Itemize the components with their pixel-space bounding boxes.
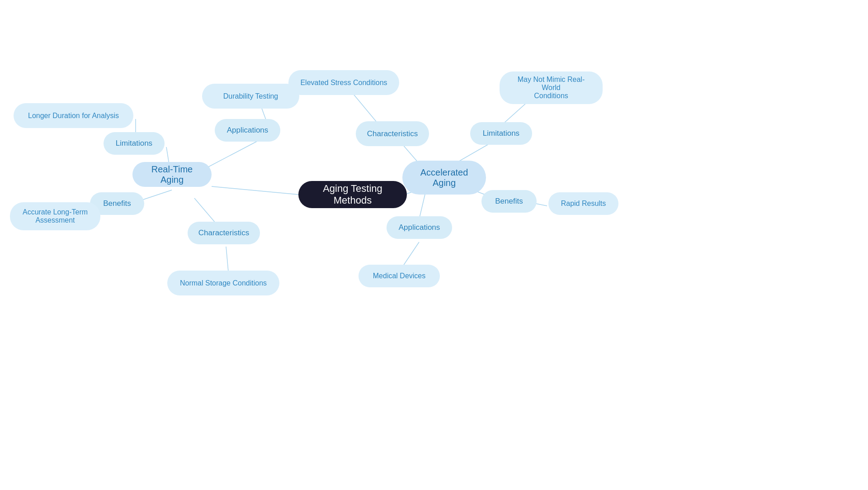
longer-duration-node: Longer Duration for Analysis [14, 103, 133, 128]
svg-line-17 [536, 204, 547, 206]
svg-line-12 [419, 195, 425, 219]
acc-applications-node: Applications [387, 216, 452, 239]
acc-characteristics-node: Characteristics [356, 121, 429, 146]
rt-applications-node: Applications [215, 119, 280, 142]
durability-testing-node: Durability Testing [202, 84, 299, 109]
rt-limitations-node: Limitations [104, 132, 165, 155]
normal-storage-node: Normal Storage Conditions [167, 271, 279, 295]
acc-benefits-node: Benefits [481, 190, 537, 213]
accelerated-aging-node: Accelerated Aging [402, 161, 486, 195]
elevated-stress-node: Elevated Stress Conditions [288, 70, 399, 95]
realtime-aging-node: Real-Time Aging [132, 162, 212, 187]
rt-characteristics-node: Characteristics [188, 222, 260, 244]
svg-line-9 [226, 247, 228, 271]
accurate-longterm-node: Accurate Long-TermAssessment [10, 202, 100, 230]
acc-limitations-node: Limitations [470, 122, 532, 145]
may-not-mimic-node: May Not Mimic Real-WorldConditions [500, 71, 603, 104]
may-not-mimic-label: May Not Mimic Real-WorldConditions [509, 76, 593, 100]
svg-line-0 [212, 186, 298, 195]
rapid-results-node: Rapid Results [548, 192, 618, 215]
root-node: Aging Testing Methods [298, 181, 407, 208]
medical-devices-node: Medical Devices [359, 265, 440, 287]
svg-line-16 [402, 242, 419, 267]
accurate-longterm-label: Accurate Long-TermAssessment [23, 208, 88, 224]
